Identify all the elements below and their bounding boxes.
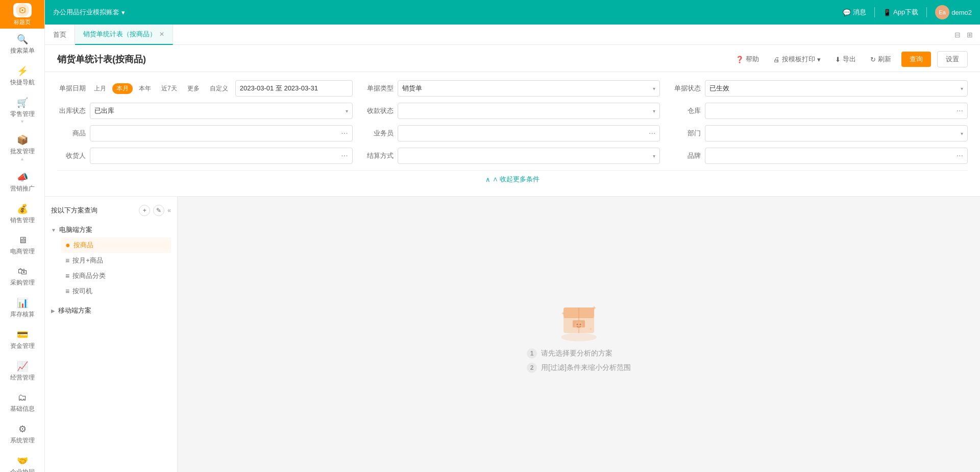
date-tab-custom[interactable]: 自定义 (206, 83, 232, 94)
settings-button[interactable]: 设置 (937, 51, 968, 67)
sidebar-item-inventory[interactable]: 📊 库存核算 (0, 292, 44, 324)
scheme-add-btn[interactable]: + (139, 205, 150, 216)
salesperson-label: 业务员 (365, 129, 394, 138)
quicknav-icon: ⚡ (17, 65, 28, 77)
message-btn[interactable]: 💬 消息 (843, 8, 866, 17)
tabbar: 首页 销货单统计表（按商品） ✕ ⊟ ⊞ (45, 25, 980, 45)
company-dropdown[interactable]: 办公用品行业模拟账套 ▾ (53, 8, 125, 17)
sidebar-item-system[interactable]: ⚙ 系统管理 (0, 418, 44, 450)
export-btn[interactable]: ⬇ 导出 (831, 53, 860, 66)
sidebar-item-operations[interactable]: 📈 经营管理 (0, 356, 44, 387)
sidebar-item-enterprise[interactable]: 🤝 企业协同 (0, 450, 44, 472)
collapse-conditions-btn[interactable]: ∧ ∧ 收起更多条件 (57, 170, 968, 188)
scheme-item-icon-2: ≡ (65, 256, 69, 265)
empty-step-1: 1 请先选择要分析的方案 (527, 348, 631, 359)
payment-label: 结算方式 (365, 151, 394, 160)
date-tab-more[interactable]: 更多 (183, 83, 204, 94)
filter-out-status: 出库状态 已出库 ▾ (57, 103, 353, 119)
purchase-icon: 🛍 (18, 266, 27, 277)
sidebar-item-purchase[interactable]: 🛍 采购管理 (0, 261, 44, 292)
payment-arrow: ▾ (653, 153, 655, 159)
sidebar-item-marketing[interactable]: 📣 营销推广 (0, 167, 44, 198)
department-input[interactable]: ▾ (705, 125, 968, 141)
date-tab-this-year[interactable]: 本年 (135, 83, 155, 94)
salesperson-input[interactable]: ··· (398, 125, 660, 141)
window-minimize-btn[interactable]: ⊟ (953, 31, 962, 39)
filter-date: 单据日期 上月 本月 本年 近7天 更多 自定义 2023-03-01 至 20… (57, 80, 353, 97)
doc-status-label: 单据状态 (672, 84, 701, 93)
scheme-item-by-product-category[interactable]: ≡ 按商品分类 (61, 268, 171, 284)
date-tabs: 上月 本月 本年 近7天 更多 自定义 (90, 83, 232, 94)
out-status-value: 已出库 (94, 106, 346, 115)
scheme-edit-btn[interactable]: ✎ (153, 205, 164, 216)
scheme-item-by-product[interactable]: ● 按商品 (61, 238, 171, 253)
doc-type-arrow: ▾ (653, 86, 655, 91)
sidebar-item-wholesale[interactable]: 📦 批发管理 ▴ (0, 129, 44, 167)
avatar-text: Ea (939, 9, 946, 15)
avatar: Ea (935, 5, 949, 19)
filter-row-3: 商品 ··· 业务员 ··· 部门 (57, 125, 968, 141)
payment-input[interactable]: ▾ (398, 148, 660, 164)
sidebar-item-sales[interactable]: 💰 销售管理 (0, 198, 44, 230)
doc-type-input[interactable]: 销货单 ▾ (398, 80, 660, 97)
warehouse-dots[interactable]: ··· (957, 106, 963, 115)
sidebar-item-retail[interactable]: 🛒 零售管理 ▾ (0, 92, 44, 129)
topbar: 办公用品行业模拟账套 ▾ 💬 消息 📱 App下载 Ea demo2 (45, 0, 980, 25)
sidebar-item-marketing-label: 营销推广 (10, 184, 35, 193)
finance-icon: 💳 (17, 329, 28, 340)
date-tab-last-month[interactable]: 上月 (90, 83, 110, 94)
sidebar-item-ecommerce[interactable]: 🖥 电商管理 (0, 230, 44, 261)
sidebar-item-ecommerce-label: 电商管理 (10, 247, 35, 256)
window-maximize-btn[interactable]: ⊞ (966, 31, 974, 39)
salesperson-dots[interactable]: ··· (649, 129, 655, 138)
scheme-desktop-header[interactable]: ▼ 电脑端方案 (51, 222, 171, 238)
consignee-input[interactable]: ··· (90, 148, 353, 164)
username: demo2 (951, 9, 972, 16)
sidebar-item-basic-label: 基础信息 (10, 405, 35, 413)
sidebar-item-basic[interactable]: 🗂 基础信息 (0, 387, 44, 418)
main-content: ✦ ✦ ✦ 1 请先选择要分析的方案 2 用[过滤]条件来缩小分析范围 (178, 197, 980, 472)
scheme-mobile-header[interactable]: ▶ 移动端方案 (51, 303, 171, 318)
help-btn[interactable]: ❓ 帮助 (731, 53, 763, 66)
sidebar-item-inventory-label: 库存核算 (10, 310, 35, 319)
scheme-item-by-product-label: 按商品 (74, 241, 93, 250)
scheme-collapse-btn[interactable]: « (167, 207, 171, 214)
tab-sales-stat[interactable]: 销货单统计表（按商品） ✕ (75, 25, 173, 45)
tab-close-icon[interactable]: ✕ (159, 31, 164, 38)
warehouse-input[interactable]: ··· (705, 103, 968, 119)
sidebar-item-quicknav[interactable]: ⚡ 快捷导航 (0, 60, 44, 92)
department-label: 部门 (672, 129, 701, 138)
filter-warehouse: 仓库 ··· (672, 103, 968, 119)
page-actions: ❓ 帮助 🖨 按模板打印 ▾ ⬇ 导出 ↻ 刷新 查询 设置 (731, 51, 968, 67)
product-dots[interactable]: ··· (341, 129, 348, 138)
scheme-item-by-month-product[interactable]: ≡ 按月+商品 (61, 253, 171, 268)
sidebar-item-retail-label: 零售管理 (10, 110, 35, 119)
doc-status-input[interactable]: 已生效 ▾ (705, 80, 968, 97)
out-status-input[interactable]: 已出库 ▾ (90, 103, 353, 119)
scheme-item-icon-4: ≡ (65, 287, 69, 295)
date-tab-7days[interactable]: 近7天 (157, 83, 181, 94)
logo-area: 标题页 (0, 0, 44, 29)
sidebar-item-finance[interactable]: 💳 资金管理 (0, 324, 44, 356)
scheme-panel: 按以下方案查询 + ✎ « ▼ (45, 197, 178, 472)
receipt-status-input[interactable]: ▾ (398, 103, 660, 119)
app-download-btn[interactable]: 📱 App下载 (883, 8, 918, 17)
marketing-icon: 📣 (17, 172, 28, 183)
scheme-item-by-printer[interactable]: ≡ 按司机 (61, 284, 171, 299)
query-button[interactable]: 查询 (901, 52, 931, 67)
brand-input[interactable]: ··· (705, 148, 968, 164)
product-input[interactable]: ··· (90, 125, 353, 141)
print-btn[interactable]: 🖨 按模板打印 ▾ (769, 53, 825, 66)
page-title: 销货单统计表(按商品) (57, 53, 146, 65)
sidebar-item-purchase-label: 采购管理 (10, 278, 35, 287)
refresh-btn[interactable]: ↻ 刷新 (866, 53, 895, 66)
user-area[interactable]: Ea demo2 (935, 5, 972, 19)
date-tab-this-month[interactable]: 本月 (112, 83, 133, 94)
scheme-item-by-month-product-label: 按月+商品 (72, 256, 103, 265)
sidebar-item-search[interactable]: 🔍 搜索菜单 (0, 29, 44, 60)
work-area: 按以下方案查询 + ✎ « ▼ (45, 197, 980, 472)
consignee-dots[interactable]: ··· (341, 151, 348, 160)
brand-dots[interactable]: ··· (957, 151, 963, 160)
tab-home[interactable]: 首页 (45, 25, 75, 45)
date-range-input[interactable]: 2023-03-01 至 2023-03-31 (235, 80, 353, 97)
